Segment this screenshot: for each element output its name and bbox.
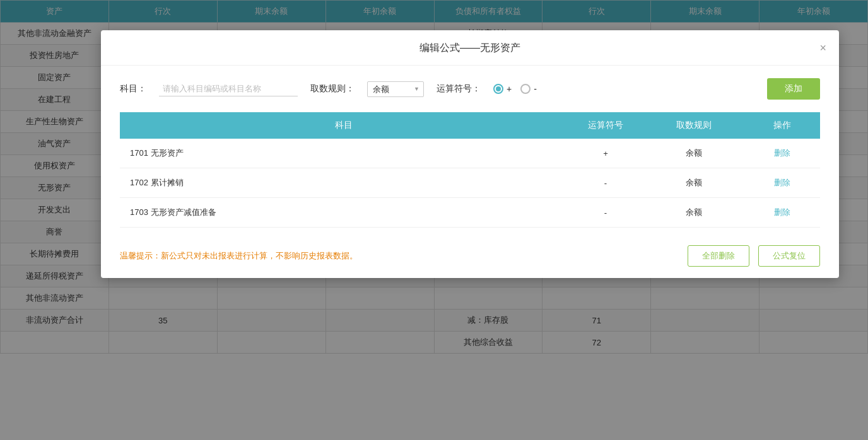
formula-cell-action: 删除 [744,139,820,168]
delete-row-button[interactable]: 删除 [774,178,790,187]
delete-row-button[interactable]: 删除 [774,207,790,217]
operator-minus-item[interactable]: - [520,84,537,94]
footer-hint: 温馨提示：新公式只对未出报表进行计算，不影响历史报表数据。 [120,250,358,262]
edit-formula-modal: 编辑公式——无形资产 × 科目： 取数规则： 余额 借方 贷方 运算符号： + … [101,30,839,278]
formula-cell-action: 删除 [744,168,820,198]
modal-header: 编辑公式——无形资产 × [101,30,839,66]
formula-cell-action: 删除 [744,198,820,228]
rule-select[interactable]: 余额 借方 贷方 [367,81,424,97]
delete-all-button[interactable]: 全部删除 [688,245,749,267]
modal-footer: 温馨提示：新公式只对未出报表进行计算，不影响历史报表数据。 全部删除 公式复位 [101,234,839,278]
rule-label: 取数规则： [310,83,355,95]
operator-label: 运算符号： [437,83,481,95]
operator-plus-radio[interactable] [493,84,503,94]
formula-cell-rule: 余额 [643,139,744,168]
operator-plus-label: + [507,84,512,94]
operator-plus-item[interactable]: + [493,84,512,94]
footer-buttons: 全部删除 公式复位 [688,245,820,267]
rule-select-wrap: 余额 借方 贷方 [367,81,424,97]
formula-cell-rule: 余额 [643,198,744,228]
formula-row: 1701 无形资产+余额删除 [120,139,820,168]
formula-row: 1702 累计摊销-余额删除 [120,168,820,198]
modal-close-button[interactable]: × [819,42,826,54]
delete-row-button[interactable]: 删除 [774,148,790,158]
th-subject: 科目 [120,112,568,139]
operator-minus-label: - [534,84,537,94]
add-button[interactable]: 添加 [767,78,820,100]
th-action: 操作 [744,112,820,139]
formula-table-head: 科目 运算符号 取数规则 操作 [120,112,820,139]
subject-label: 科目： [120,83,146,95]
operator-radio-group: + - [493,84,537,94]
formula-cell-rule: 余额 [643,168,744,198]
th-operator: 运算符号 [568,112,643,139]
formula-cell-subject: 1701 无形资产 [120,139,568,168]
modal-title: 编辑公式——无形资产 [419,42,520,55]
formula-cell-subject: 1703 无形资产减值准备 [120,198,568,228]
formula-table: 科目 运算符号 取数规则 操作 1701 无形资产+余额删除1702 累计摊销-… [120,112,820,228]
reset-formula-button[interactable]: 公式复位 [758,245,820,267]
th-rule: 取数规则 [643,112,744,139]
formula-table-wrap: 科目 运算符号 取数规则 操作 1701 无形资产+余额删除1702 累计摊销-… [101,112,839,228]
formula-cell-operator: + [568,139,643,168]
formula-table-body: 1701 无形资产+余额删除1702 累计摊销-余额删除1703 无形资产减值准… [120,139,820,228]
operator-minus-radio[interactable] [520,84,531,94]
formula-row: 1703 无形资产减值准备-余额删除 [120,198,820,228]
formula-cell-subject: 1702 累计摊销 [120,168,568,198]
subject-input[interactable] [159,81,298,96]
formula-cell-operator: - [568,168,643,198]
formula-cell-operator: - [568,198,643,228]
formula-form-row: 科目： 取数规则： 余额 借方 贷方 运算符号： + - 添加 [101,66,839,112]
